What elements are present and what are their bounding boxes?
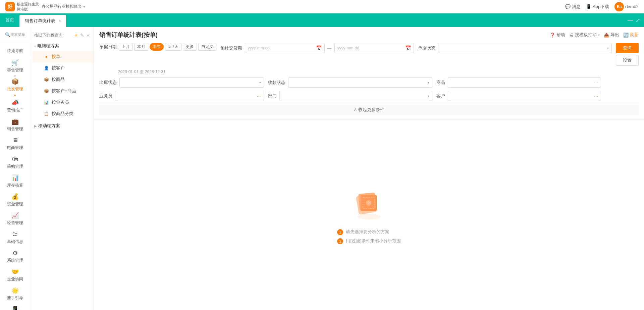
shipment-status-label: 出库状态	[99, 80, 117, 86]
sidebar-item-system[interactable]: ⚙ 系统管理	[0, 247, 30, 266]
newuser-label: 新手引导	[7, 295, 23, 301]
date-btn-last-7-days[interactable]: 近7天	[165, 43, 181, 51]
avatar: Ea	[614, 2, 624, 11]
product-more-dots[interactable]: ···	[594, 80, 598, 85]
scheme-collapse-btn[interactable]: «	[87, 33, 90, 38]
finance-label: 资金管理	[7, 201, 23, 207]
wholesale-expand-icon: ▴	[14, 93, 16, 97]
sidebar-item-wholesale[interactable]: 📦 批发管理 ▴	[0, 78, 30, 97]
message-action[interactable]: 💬 消息	[565, 4, 581, 10]
refresh-btn[interactable]: 🔄 刷新	[623, 32, 639, 38]
scheme-item-by-customer[interactable]: 👤 按客户	[33, 62, 94, 74]
sidebar-item-retail[interactable]: 🛒 零售管理 ▾	[0, 59, 30, 78]
query-button[interactable]: 查询	[616, 43, 639, 53]
sidebar-item-inventory[interactable]: 📊 库存核算	[0, 172, 30, 191]
newuser-icon: 🌟	[11, 287, 19, 294]
scheme-group-desktop-label: 电脑端方案	[37, 43, 59, 49]
marketing-icon: 📣	[11, 99, 19, 106]
top-bar: 好 畅捷通好生意 标准版 办公用品行业模拟账套 ▾ 💬 消息 📱 App下载 E…	[0, 0, 644, 13]
sidebar-item-appcenter[interactable]: 📱 应用中心	[0, 303, 30, 310]
collapse-label: ∧ 收起更多条件	[354, 107, 385, 112]
basic-label: 基础信息	[7, 239, 23, 245]
scheme-item-by-category[interactable]: 📋 按商品分类	[33, 108, 94, 119]
scheme-items-desktop: ● 按单 👤 按客户 📦 按商品 📦 按客户+商品 📊 按业务员	[30, 51, 94, 119]
retail-icon: 🛒	[11, 59, 19, 66]
help-btn[interactable]: ❓ 帮助	[550, 32, 565, 38]
customer-select[interactable]: ···	[448, 91, 601, 101]
sidebar-search[interactable]: 🔍 搜索菜单	[0, 27, 30, 43]
customer-more-dots[interactable]: ···	[594, 93, 598, 99]
filter-section: 销售订单统计表(按单) ❓ 帮助 🖨 按模板打印 ▾ 📤	[94, 27, 644, 120]
tab-close-icon[interactable]: ×	[59, 19, 61, 23]
tab-minimize-btn[interactable]: —	[628, 17, 633, 23]
shipment-status-select[interactable]: ▾	[119, 78, 264, 88]
sidebar-item-operation[interactable]: 📈 经营管理	[0, 209, 30, 228]
svg-text:?: ?	[368, 201, 370, 205]
export-icon: 📤	[604, 33, 609, 38]
date-btn-last-month[interactable]: 上月	[119, 43, 133, 51]
scheme-edit-btn[interactable]: ✎	[80, 33, 84, 38]
sidebar-item-sales[interactable]: 💼 销售管理	[0, 115, 30, 134]
message-icon: 💬	[565, 4, 571, 9]
main-layout: 🔍 搜索菜单 快捷导航 🛒 零售管理 ▾ 📦 批发管理 ▴ 📣 营销推广 💼 销…	[0, 27, 644, 310]
scheme-group-mobile[interactable]: ▶ 移动端方案	[30, 121, 94, 131]
logo-icon: 好	[5, 2, 15, 11]
payment-arrow-icon: ▾	[428, 81, 429, 85]
empty-text: 1 请先选择要分析的方案 2 用[过滤]条件来缩小分析范围	[337, 229, 400, 247]
scheme-item-by-customer-product[interactable]: 📦 按客户+商品	[33, 85, 94, 97]
sidebar-item-finance[interactable]: 💰 资金管理	[0, 191, 30, 209]
date-btn-this-month[interactable]: 本月	[134, 43, 148, 51]
tab-active[interactable]: 销售订单统计表 ×	[19, 15, 66, 27]
scheme-group-desktop[interactable]: ▾ 电脑端方案	[30, 41, 94, 51]
setting-button[interactable]: 设置	[616, 55, 639, 66]
date-btn-more[interactable]: 更多	[183, 43, 197, 51]
sidebar-item-newuser[interactable]: 🌟 新手引导	[0, 285, 30, 303]
export-label: 导出	[610, 32, 619, 38]
tab-home[interactable]: 首页	[0, 13, 19, 27]
message-label: 消息	[572, 4, 581, 10]
step-2-num: 2	[337, 238, 343, 244]
app-icon: 📱	[586, 4, 591, 9]
delivery-date-start[interactable]: yyyy-mm-dd 📅	[245, 43, 325, 53]
sidebar-item-basic[interactable]: 🗂 基础信息	[0, 228, 30, 247]
scheme-add-btn[interactable]: +	[74, 32, 77, 38]
app-download-label: App下载	[593, 4, 609, 10]
sidebar-item-purchase[interactable]: 🛍 采购管理	[0, 153, 30, 172]
date-separator: —	[327, 46, 332, 51]
search-icon: 🔍	[5, 32, 10, 37]
export-btn[interactable]: 📤 导出	[604, 32, 619, 38]
product-select[interactable]: ···	[448, 78, 601, 88]
expected-delivery-label: 预计交货期	[220, 45, 242, 51]
scheme-item-by-order[interactable]: ● 按单	[33, 51, 94, 62]
doc-status-select[interactable]: ▾	[438, 43, 612, 53]
doc-status-label: 单据状态	[418, 45, 435, 51]
page-actions: ❓ 帮助 🖨 按模板打印 ▾ 📤 导出 🔄	[550, 32, 639, 38]
enterprise-icon: 🤝	[11, 268, 19, 275]
sales-icon: 💼	[11, 118, 19, 125]
app-download-action[interactable]: 📱 App下载	[586, 4, 609, 10]
salesperson-more-dots[interactable]: ···	[257, 93, 261, 99]
date-range-display: 2023-01-01 至 2023-12-31	[118, 69, 165, 74]
tab-maximize-btn[interactable]: ⤢	[636, 17, 640, 23]
department-select[interactable]: ▾	[279, 91, 433, 101]
sidebar-quick-nav[interactable]: 快捷导航	[0, 43, 30, 59]
quick-nav-label: 快捷导航	[7, 48, 23, 54]
date-btn-this-year[interactable]: 本年	[150, 43, 164, 51]
shipment-arrow-icon: ▾	[259, 81, 261, 85]
sidebar-item-enterprise[interactable]: 🤝 企业协同	[0, 266, 30, 285]
collapse-conditions-btn[interactable]: ∧ 收起更多条件	[99, 104, 639, 115]
user-action[interactable]: Ea demo2	[614, 2, 639, 11]
sidebar-item-marketing[interactable]: 📣 营销推广	[0, 97, 30, 115]
sidebar-item-ecommerce[interactable]: 🖥 电商管理	[0, 134, 30, 153]
breadcrumb-arrow-icon[interactable]: ▾	[83, 4, 85, 9]
scheme-item-by-product[interactable]: 📦 按商品	[33, 74, 94, 85]
payment-status-select[interactable]: ▾	[288, 78, 433, 88]
template-print-btn[interactable]: 🖨 按模板打印 ▾	[569, 32, 600, 38]
delivery-date-end-placeholder: yyyy-mm-dd	[337, 46, 406, 50]
scheme-group-mobile-label: 移动端方案	[38, 123, 60, 129]
scheme-item-by-salesperson[interactable]: 📊 按业务员	[33, 97, 94, 108]
delivery-date-end[interactable]: yyyy-mm-dd 📅	[334, 43, 414, 53]
date-btn-custom[interactable]: 自定义	[198, 43, 216, 51]
tab-home-label: 首页	[5, 17, 14, 23]
salesperson-select[interactable]: ···	[115, 91, 264, 101]
